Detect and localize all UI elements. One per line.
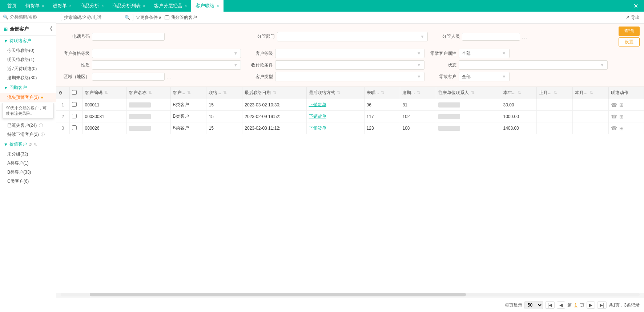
close-tab-analysis[interactable]: × <box>101 4 104 8</box>
per-page-select[interactable]: 50 100 200 <box>524 301 543 309</box>
row-checkbox-0[interactable] <box>69 99 82 111</box>
th-checkbox[interactable] <box>69 87 82 99</box>
main-layout: 🔍 ⊞ 全部客户 《 ▼ 待联络客户 今天待联络(0) 明天待联络(1) 近7天… <box>0 12 644 312</box>
action-more-2[interactable]: ⊞ <box>619 125 624 131</box>
row-checkbox-1[interactable] <box>69 111 82 122</box>
sidebar-item-class-a[interactable]: A类客户(1) <box>0 159 56 168</box>
action-more-0[interactable]: ⊞ <box>619 102 624 108</box>
close-tab-customer-layer[interactable]: × <box>185 4 187 8</box>
sidebar-item-today[interactable]: 今天待联络(0) <box>0 46 56 55</box>
my-customers-checkbox[interactable]: 我分管的客户 <box>165 15 197 21</box>
action-phone-0[interactable]: ☎ <box>611 102 617 108</box>
sidebar-section-pending[interactable]: ▼ 待联络客户 <box>0 36 56 46</box>
th-last-month[interactable]: 上月... ⇅ <box>537 87 573 99</box>
filter-field-phone: 电话号码 <box>61 33 243 41</box>
action-more-1[interactable]: ⊞ <box>619 114 624 119</box>
th-type[interactable]: 客户... ⇅ <box>170 87 206 99</box>
nav-tab-customer-layer[interactable]: 客户分层经营 × <box>150 0 191 12</box>
row-num-1: 2 <box>56 111 69 122</box>
action-phone-2[interactable]: ☎ <box>611 125 617 131</box>
th-uncontacted[interactable]: 未联... ⇅ <box>364 87 400 99</box>
export-button[interactable]: ↗ 导出 <box>626 15 640 21</box>
filter-select-dept[interactable]: ▼ <box>277 32 428 41</box>
filter-search-input[interactable] <box>64 15 125 20</box>
filter-select-payment[interactable]: ▼ <box>275 60 424 70</box>
edit-icon-value[interactable]: ✎ <box>33 142 37 147</box>
dropdown-arrow-status: ▼ <box>600 62 604 68</box>
row-overdue-2: 108 <box>400 122 436 134</box>
filter-label-status: 状态 <box>427 62 456 68</box>
row-last-date-2: 2023-02-03 11:12: <box>242 122 306 134</box>
sidebar-search-input[interactable] <box>10 15 53 20</box>
filter-dots-region[interactable]: … <box>166 73 172 80</box>
filter-select-retail-customer[interactable]: 全部 ▼ <box>459 72 510 81</box>
query-button[interactable]: 查询 <box>619 27 640 36</box>
th-contact[interactable]: 联络... ⇅ <box>206 87 242 99</box>
filter-select-price-level[interactable]: ▼ <box>92 49 241 58</box>
horizontal-scrollbar[interactable] <box>61 293 640 296</box>
close-all-tabs[interactable]: ✕ <box>631 3 641 9</box>
sidebar-item-ungroup[interactable]: 未分组(32) <box>0 150 56 159</box>
customer-table: ⚙ 客户编码 ⇅ 客户名称 ⇅ 客户... ⇅ <box>56 87 644 134</box>
my-customers-check[interactable] <box>165 15 169 20</box>
th-settings[interactable]: ⚙ <box>56 87 69 99</box>
nav-tab-customer-contact[interactable]: 客户联络 × <box>191 0 223 12</box>
close-tab-sales[interactable]: × <box>42 4 44 8</box>
th-name[interactable]: 客户名称 ⇅ <box>126 87 170 99</box>
refresh-icon[interactable]: ↺ <box>28 142 32 147</box>
row-checkbox-2[interactable] <box>69 122 82 134</box>
th-this-month[interactable]: 本月... ⇅ <box>573 87 609 99</box>
sidebar-item-7days[interactable]: 近7天待联络(0) <box>0 64 56 73</box>
th-this-year[interactable]: 本年... ⇅ <box>501 87 537 99</box>
th-last-method[interactable]: 最后联络方式 ⇅ <box>306 87 364 99</box>
th-associate[interactable]: 往来单位联系人 ⇅ <box>436 87 501 99</box>
filter-input-manager[interactable] <box>462 33 520 41</box>
filter-dots-manager[interactable]: … <box>522 33 527 40</box>
nav-tab-sales[interactable]: 销货单 × <box>21 0 48 12</box>
close-tab-analysis-list[interactable]: × <box>143 4 145 8</box>
prev-page-btn[interactable]: ◀ <box>557 301 565 309</box>
sidebar-item-overdue[interactable]: 逾期未联络(30) <box>0 73 56 82</box>
filter-input-region[interactable] <box>92 73 165 81</box>
select-all-checkbox[interactable] <box>72 90 77 95</box>
filter-select-nature[interactable]: ▼ <box>92 60 241 70</box>
filter-search-icon[interactable]: 🔍 <box>125 15 130 20</box>
action-phone-1[interactable]: ☎ <box>611 114 617 119</box>
filter-select-customer-type[interactable]: ▼ <box>275 72 424 81</box>
sidebar-item-declining[interactable]: 持续下滑客户(2) ⓘ <box>0 130 56 139</box>
settings-button[interactable]: 设置 <box>619 37 640 46</box>
filter-select-customer-level[interactable]: ▼ <box>275 49 424 58</box>
sidebar-item-tomorrow[interactable]: 明天待联络(1) <box>0 55 56 64</box>
sidebar-all-customers[interactable]: ⊞ 全部客户 《 <box>0 23 56 36</box>
sidebar-item-churned[interactable]: 已流失客户(24) ⓘ <box>0 121 56 130</box>
nav-tab-analysis-list[interactable]: 商品分析列表 × <box>108 0 149 12</box>
row-type-2: B类客户 <box>170 122 206 134</box>
filter-input-phone[interactable] <box>92 33 165 41</box>
filter-field-customer-type: 客户类型 ▼ <box>244 72 424 81</box>
filter-select-retail-attr[interactable]: 全部 ▼ <box>459 49 510 58</box>
th-code[interactable]: 客户编码 ⇅ <box>82 87 126 99</box>
nav-home[interactable]: 首页 <box>3 0 21 12</box>
more-conditions-arrow: ∧ <box>158 15 162 20</box>
sidebar-item-class-b[interactable]: B类客户(33) <box>0 168 56 177</box>
nav-tab-analysis[interactable]: 商品分析 × <box>76 0 108 12</box>
filter-select-status[interactable]: ▼ <box>459 60 608 70</box>
row-last-method-1[interactable]: 下销货单 <box>306 111 364 122</box>
collapse-sidebar-btn[interactable]: 《 <box>47 26 52 32</box>
last-page-btn[interactable]: ▶| <box>597 301 607 309</box>
sidebar-item-class-c[interactable]: C类客户(6) <box>0 177 56 186</box>
th-last-date[interactable]: 最后联络日期 ⇅ <box>242 87 306 99</box>
next-page-btn[interactable]: ▶ <box>587 301 595 309</box>
sidebar-item-churn-warning[interactable]: 流失预警客户(3) ● <box>0 93 56 102</box>
scrollbar-thumb[interactable] <box>90 293 466 296</box>
sidebar-section-review[interactable]: ▼ 回顾客户 <box>0 82 56 93</box>
row-last-method-2[interactable]: 下销货单 <box>306 122 364 134</box>
close-tab-customer-contact[interactable]: × <box>217 4 219 8</box>
more-conditions-toggle[interactable]: ▽ 更多条件 ∧ <box>136 15 162 21</box>
sidebar-section-value[interactable]: ▼ 价值客户 ↺ ✎ <box>0 139 56 150</box>
first-page-btn[interactable]: |◀ <box>545 301 555 309</box>
row-last-method-0[interactable]: 下销货单 <box>306 99 364 111</box>
th-overdue[interactable]: 逾期... ⇅ <box>400 87 436 99</box>
nav-tab-purchase[interactable]: 进货单 × <box>48 0 76 12</box>
close-tab-purchase[interactable]: × <box>69 4 71 8</box>
